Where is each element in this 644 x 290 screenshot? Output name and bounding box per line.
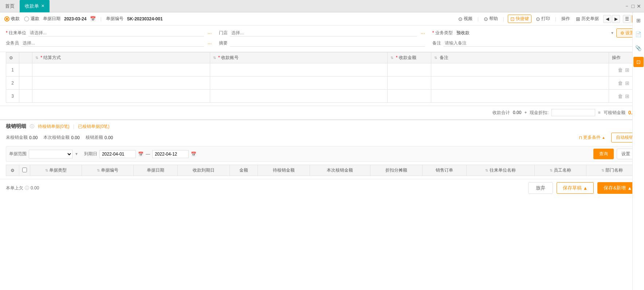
due-date-from[interactable]	[99, 150, 136, 158]
print-btn[interactable]: ⊙ 打印	[534, 15, 551, 23]
col-settings-header[interactable]: ⚙	[6, 52, 19, 63]
range-select[interactable]	[29, 150, 72, 158]
row-1-remark[interactable]	[431, 63, 609, 77]
save-new-dropdown-icon[interactable]: ▲	[627, 185, 632, 191]
row-3-account-input[interactable]	[210, 90, 388, 102]
operations-btn[interactable]: 操作	[560, 15, 572, 23]
bt-dept-header: ⇅ 部门名称	[586, 165, 638, 176]
done-tab[interactable]: 已核销单据(0笔)	[78, 124, 110, 130]
store-more-icon[interactable]: ···	[421, 30, 425, 36]
store-input[interactable]	[230, 30, 417, 36]
row-2-settlement-input[interactable]	[32, 77, 210, 89]
save-draft-btn[interactable]: 保存草稿 ▲	[557, 182, 594, 194]
staff-more-icon[interactable]: ···	[208, 40, 212, 46]
bt-discount-header: 折扣分摊额	[370, 165, 422, 176]
row-3-remark-input[interactable]	[431, 90, 609, 102]
carry-forward-info-icon[interactable]: ⓘ	[25, 185, 29, 191]
radio-collect[interactable]: 收款	[4, 16, 20, 22]
due-date-to[interactable]	[152, 150, 189, 158]
row-1-copy-icon[interactable]: ⊞	[625, 67, 629, 73]
shortcut-icon: ⊡	[510, 16, 515, 22]
bt-checkbox-header[interactable]	[19, 165, 30, 176]
bt-docdate-header: 单据日期	[134, 165, 178, 176]
row-1-account[interactable]	[210, 63, 388, 77]
biz-type-label: * 业务类型	[432, 30, 453, 36]
row-2-settlement[interactable]	[32, 77, 210, 90]
row-1-account-input[interactable]	[210, 63, 388, 76]
counterpart-input[interactable]	[28, 30, 204, 36]
save-draft-dropdown-icon[interactable]: ▲	[583, 185, 588, 191]
table-settings-icon[interactable]: ⚙	[9, 55, 13, 60]
diff-value: 0.00	[105, 135, 113, 140]
right-sidebar: ⊞ 📄 📎 ⊡	[632, 12, 644, 290]
list-view-btn[interactable]: ☰	[623, 15, 631, 23]
sidebar-doc-icon[interactable]: 📄	[633, 29, 644, 39]
counterpart-more-icon[interactable]: ···	[208, 30, 212, 36]
radio-refund[interactable]: 退款	[24, 16, 39, 22]
row-1-num-extra	[19, 63, 32, 77]
range-dropdown-icon[interactable]: ▼	[75, 152, 78, 156]
summary-input[interactable]	[230, 40, 425, 47]
next-btn[interactable]: ▶	[612, 15, 620, 23]
query-btn[interactable]: 查询	[593, 149, 614, 159]
verify-title: 核销明细	[6, 123, 26, 130]
history-btn[interactable]: ⊞ 历史单据	[574, 15, 600, 23]
row-2-amount[interactable]	[388, 77, 431, 90]
verify-info-icon[interactable]: ⓘ	[30, 124, 34, 130]
biz-type-dropdown-icon[interactable]: ▼	[610, 31, 614, 35]
settlement-sort-icon: ⇅	[35, 56, 38, 60]
row-3-settlement-input[interactable]	[32, 90, 210, 102]
minimize-btn[interactable]: －	[624, 3, 629, 9]
help-icon: ⊙	[484, 16, 488, 22]
row-2-account-input[interactable]	[210, 77, 388, 89]
remark-input[interactable]	[443, 40, 638, 47]
row-3-settlement[interactable]	[32, 90, 210, 103]
shortcut-btn[interactable]: ⊡ 快捷键	[508, 15, 531, 23]
row-2-copy-icon[interactable]: ⊞	[625, 80, 629, 86]
row-1-remark-input[interactable]	[431, 63, 609, 76]
row-1-delete-icon[interactable]: 🗑	[618, 67, 623, 73]
bt-settings-icon[interactable]: ⚙	[11, 168, 15, 173]
row-3-amount[interactable]	[388, 90, 431, 103]
row-2-delete-icon[interactable]: 🗑	[618, 80, 623, 86]
cal-to-icon[interactable]: 📅	[191, 152, 196, 157]
close-btn[interactable]: ✕	[637, 3, 641, 9]
row-3-amount-input[interactable]	[388, 90, 431, 102]
sidebar-table-icon[interactable]: ⊞	[633, 15, 644, 26]
video-btn[interactable]: ⊙ 视频	[457, 15, 474, 23]
row-2-amount-input[interactable]	[388, 77, 431, 89]
sidebar-attachment-icon[interactable]: 📎	[633, 43, 644, 53]
row-1-settlement-input[interactable]	[32, 63, 210, 76]
row-3-copy-icon[interactable]: ⊞	[625, 93, 629, 99]
cal-from-icon[interactable]: 📅	[138, 152, 144, 157]
row-2-remark-input[interactable]	[431, 77, 609, 89]
discount-input[interactable]	[551, 109, 595, 116]
row-1-amount[interactable]	[388, 63, 431, 77]
help-btn[interactable]: ⊙ 帮助	[482, 15, 499, 23]
bt-pending-header: 待核销金额	[258, 165, 310, 176]
row-3-delete-icon[interactable]: 🗑	[618, 93, 623, 99]
verify-header: 核销明细 ⓘ 待核销单据(0笔) | 已核销单据(0笔)	[6, 123, 638, 130]
row-1-amount-input[interactable]	[388, 63, 431, 76]
staff-input[interactable]	[21, 40, 204, 47]
row-3-remark[interactable]	[431, 90, 609, 103]
prev-btn[interactable]: ◀	[603, 15, 611, 23]
bt-settings-header[interactable]: ⚙	[6, 165, 19, 176]
verify-stats: 未核销金额 0.00 本次核销金额 0.00 核销差额 0.00 ⊓ 更多条件 …	[6, 133, 638, 142]
more-conditions-btn[interactable]: ⊓ 更多条件 ▲	[579, 134, 605, 141]
row-1-settlement[interactable]	[32, 63, 210, 77]
pending-tab[interactable]: 待核销单据(0笔)	[38, 124, 70, 130]
tab-receipt-close[interactable]: ✕	[41, 4, 44, 8]
maximize-btn[interactable]: □	[632, 3, 635, 9]
tab-home[interactable]: 首页	[0, 0, 20, 12]
row-3-account[interactable]	[210, 90, 388, 103]
select-all-checkbox[interactable]	[22, 168, 27, 172]
calendar-icon[interactable]: 📅	[90, 16, 96, 21]
window-controls: － □ ✕	[624, 3, 644, 9]
abandon-btn[interactable]: 放弃	[528, 182, 553, 194]
tab-receipt[interactable]: 收款单 ✕	[20, 0, 50, 12]
sidebar-expand-icon[interactable]: ⊡	[633, 57, 644, 67]
toolbar-row: 收款 退款 单据日期 2023-03-24 📅 | 单据编号 SK-202303…	[0, 12, 644, 26]
row-2-remark[interactable]	[431, 77, 609, 90]
row-2-account[interactable]	[210, 77, 388, 90]
